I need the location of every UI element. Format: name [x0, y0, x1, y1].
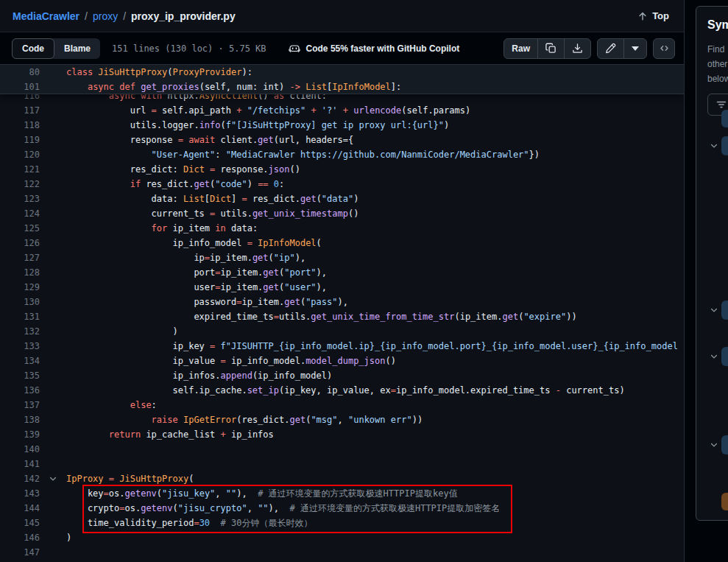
line-number[interactable]: 136: [0, 385, 40, 396]
line-number[interactable]: 144: [0, 503, 40, 513]
breadcrumb-repo-link[interactable]: MediaCrawler: [13, 10, 79, 22]
tab-code[interactable]: Code: [12, 38, 54, 59]
code-text: expired_time_ts=utils.get_unix_time_from…: [66, 309, 577, 324]
code-line: 145 time_validity_period=30 # 30分钟（最长时效）: [0, 516, 684, 530]
line-number[interactable]: 138: [0, 415, 40, 425]
collapse-chevron-icon[interactable]: [710, 306, 718, 315]
arrow-up-icon: [637, 11, 648, 21]
collapse-chevron-icon[interactable]: [49, 474, 57, 483]
toolbar-actions: Raw: [503, 38, 675, 59]
code-text: async def get_proxies(self, num: int) ->…: [66, 80, 401, 94]
line-number[interactable]: 120: [0, 150, 40, 160]
line-number[interactable]: 128: [0, 267, 40, 278]
line-number[interactable]: 124: [0, 208, 40, 219]
breadcrumb-filename: proxy_ip_provider.py: [131, 10, 236, 22]
symbols-panel: Sym Find other below: [696, 6, 728, 521]
line-number[interactable]: 146: [0, 533, 40, 543]
code-line: 142IpProxy = JiSuHttpProxy(: [0, 471, 684, 486]
code-text: ): [66, 324, 178, 339]
line-number[interactable]: 141: [0, 459, 40, 469]
code-text: url = self.api_path + "/fetchips" + '?' …: [66, 103, 470, 118]
line-number[interactable]: 131: [0, 312, 40, 322]
edit-file-button[interactable]: [598, 39, 623, 58]
code-line: 124 current_ts = utils.get_unix_timestam…: [0, 206, 684, 221]
tab-blame[interactable]: Blame: [54, 38, 100, 59]
line-number[interactable]: 134: [0, 356, 40, 366]
line-number[interactable]: 132: [0, 326, 40, 337]
symbols-panel-description: Find other below: [707, 42, 728, 86]
edit-dropdown-button[interactable]: [623, 39, 646, 58]
breadcrumb: MediaCrawler / proxy / proxy_ip_provider…: [0, 0, 684, 32]
line-number[interactable]: 140: [0, 444, 40, 454]
line-number[interactable]: 125: [0, 223, 40, 233]
collapse-chevron-icon[interactable]: [710, 440, 718, 449]
symbols-desc-line: below: [707, 71, 728, 86]
symbol-group-chevron[interactable]: [710, 306, 718, 315]
line-number[interactable]: 137: [0, 400, 40, 410]
line-number[interactable]: 117: [0, 105, 40, 116]
symbol-pill[interactable]: [721, 347, 728, 366]
copilot-banner-text: Code 55% faster with GitHub Copilot: [306, 43, 460, 54]
code-line: 132 ): [0, 324, 684, 339]
line-number[interactable]: 118: [0, 120, 40, 130]
breadcrumb-separator: /: [123, 10, 126, 22]
collapse-chevron-icon[interactable]: [710, 141, 718, 150]
code-text: key=os.getenv("jisu_key", ""), # 通过环境变量的…: [66, 486, 458, 501]
code-line: 135 ip_infos.append(ip_info_model): [0, 368, 684, 383]
code-line: 138 raise IpGetError(res_dict.get("msg",…: [0, 412, 684, 427]
code-line: 131 expired_time_ts=utils.get_unix_time_…: [0, 309, 684, 324]
line-number[interactable]: 133: [0, 341, 40, 351]
code-text: port=ip_item.get("port"),: [66, 265, 327, 280]
line-number[interactable]: 143: [0, 488, 40, 499]
copilot-banner: Code 55% faster with GitHub Copilot: [289, 43, 460, 55]
code-line: 129 user=ip_item.get("user"),: [0, 280, 684, 295]
line-number[interactable]: 135: [0, 370, 40, 381]
raw-actions-group: Raw: [503, 38, 591, 59]
symbols-desc-line: Find: [707, 42, 728, 57]
symbol-pill[interactable]: [721, 301, 728, 320]
code-line: 121 res_dict: Dict = response.json(): [0, 162, 684, 177]
code-text: ip_infos.append(ip_info_model): [66, 368, 332, 383]
line-number[interactable]: 122: [0, 179, 40, 189]
collapse-chevron-icon[interactable]: [710, 352, 718, 361]
code-line: 117 url = self.api_path + "/fetchips" + …: [0, 103, 684, 118]
code-text: ): [66, 530, 71, 545]
code-line: 118 utils.logger.info(f"[JiSuHttpProxy] …: [0, 118, 684, 133]
symbol-pill[interactable]: [721, 136, 728, 155]
line-number[interactable]: 101: [0, 82, 40, 92]
symbol-pill[interactable]: [721, 435, 728, 454]
symbols-panel-toggle-button[interactable]: [653, 38, 675, 59]
line-number[interactable]: 142: [0, 474, 40, 484]
scroll-to-top-button[interactable]: Top: [637, 10, 669, 21]
copy-raw-button[interactable]: [537, 39, 564, 58]
symbol-group-chevron[interactable]: [710, 440, 718, 449]
code-text: current_ts = utils.get_unix_timestamp(): [66, 206, 358, 221]
symbol-pill[interactable]: [721, 493, 728, 510]
code-line: 80class JiSuHttpProxy(ProxyProvider):: [0, 65, 684, 80]
download-raw-button[interactable]: [564, 39, 590, 58]
code-line: 101 async def get_proxies(self, num: int…: [0, 80, 684, 94]
download-icon: [572, 43, 583, 54]
line-number[interactable]: 80: [0, 67, 40, 77]
symbol-group-chevron[interactable]: [710, 141, 718, 150]
line-number[interactable]: 130: [0, 297, 40, 307]
line-number[interactable]: 121: [0, 164, 40, 175]
line-number[interactable]: 147: [0, 547, 40, 558]
line-collapse-toggle[interactable]: [40, 474, 66, 483]
symbol-pill[interactable]: [721, 110, 728, 127]
line-number[interactable]: 123: [0, 194, 40, 204]
symbol-group-chevron[interactable]: [710, 352, 718, 361]
line-number[interactable]: 129: [0, 282, 40, 292]
breadcrumb-folder-link[interactable]: proxy: [93, 10, 118, 22]
raw-button[interactable]: Raw: [504, 39, 537, 58]
line-number[interactable]: 127: [0, 253, 40, 263]
edit-actions-group: [597, 38, 647, 59]
code-text: "User-Agent": "MediaCrawler https://gith…: [66, 147, 540, 162]
line-number[interactable]: 139: [0, 429, 40, 440]
line-number[interactable]: 126: [0, 238, 40, 248]
code-line: 120 "User-Agent": "MediaCrawler https://…: [0, 147, 684, 162]
symbols-desc-line: other: [707, 57, 728, 71]
line-number[interactable]: 119: [0, 135, 40, 145]
line-number[interactable]: 145: [0, 518, 40, 528]
code-line: 147: [0, 545, 684, 560]
